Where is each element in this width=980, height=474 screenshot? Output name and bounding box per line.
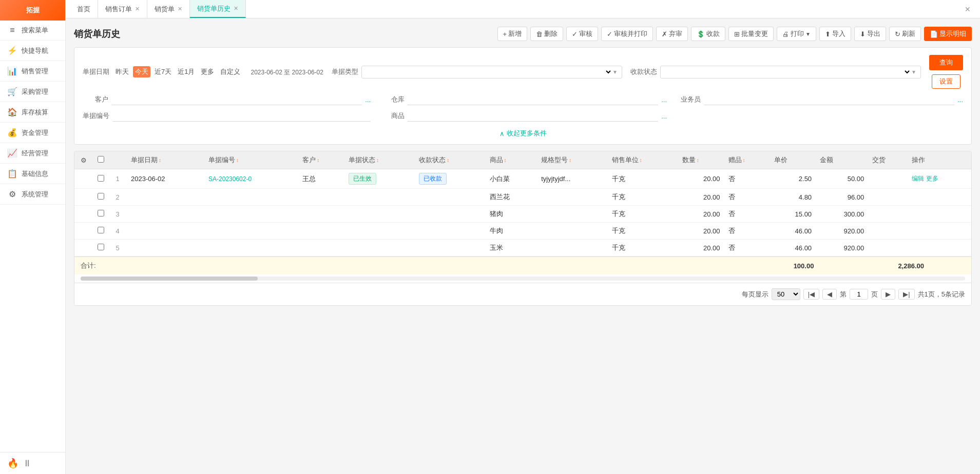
select-all-checkbox[interactable] bbox=[98, 156, 104, 163]
row-checkbox[interactable] bbox=[98, 193, 104, 200]
collect-button[interactable]: 💲 收款 bbox=[691, 27, 725, 41]
col-date[interactable]: 单据日期↕ bbox=[127, 151, 204, 169]
col-customer[interactable]: 客户↕ bbox=[298, 151, 344, 169]
sort-date-icon: ↕ bbox=[159, 157, 161, 163]
tab-home[interactable]: 首页 bbox=[70, 0, 98, 18]
import-button[interactable]: ⬆ 导入 bbox=[819, 27, 851, 41]
warehouse-label: 仓库 bbox=[379, 95, 405, 104]
abandon-icon: ✗ bbox=[662, 30, 667, 38]
payment-status-select-wrapper[interactable]: ▼ bbox=[660, 66, 921, 78]
sidebar-item-sales-mgmt[interactable]: 📊 销售管理 bbox=[0, 61, 65, 82]
col-goods[interactable]: 商品↕ bbox=[486, 151, 537, 169]
salesperson-more-icon[interactable]: ... bbox=[957, 96, 963, 104]
date-today-btn[interactable]: 今天 bbox=[133, 66, 150, 77]
date-yesterday-btn[interactable]: 昨天 bbox=[113, 66, 131, 77]
print-button[interactable]: 🖨 打印 ▼ bbox=[777, 27, 816, 41]
sidebar-item-finance[interactable]: 💰 资金管理 bbox=[0, 123, 65, 143]
page-size-select[interactable]: 20 50 100 bbox=[772, 288, 800, 300]
goods-input[interactable] bbox=[408, 110, 658, 122]
sidebar-bottom-icon2[interactable]: ⏸ bbox=[23, 458, 32, 469]
prev-page-button[interactable]: ◀ bbox=[822, 289, 837, 300]
audit-button[interactable]: ✓ 审核 bbox=[566, 27, 598, 41]
sidebar-item-label: 搜索菜单 bbox=[22, 26, 48, 35]
tab-sales-history[interactable]: 销货单历史 ✕ bbox=[190, 0, 246, 18]
row-checkbox[interactable] bbox=[98, 244, 104, 250]
tab-close-all[interactable]: ✕ bbox=[959, 5, 976, 13]
sidebar-item-quick-nav[interactable]: ⚡ 快捷导航 bbox=[0, 41, 65, 61]
docno-input[interactable] bbox=[112, 110, 371, 122]
col-spec[interactable]: 规格型号↕ bbox=[537, 151, 607, 169]
col-action: 操作 bbox=[908, 151, 971, 169]
col-settings[interactable]: ⚙ bbox=[74, 151, 93, 169]
customer-label: 客户 bbox=[83, 95, 108, 104]
col-docstatus[interactable]: 单据状态↕ bbox=[344, 151, 415, 169]
cell-check[interactable] bbox=[93, 206, 108, 223]
col-paymentstatus[interactable]: 收款状态↕ bbox=[415, 151, 485, 169]
tab-close-sales-order[interactable]: ✕ bbox=[135, 6, 140, 12]
collect-icon: 💲 bbox=[697, 30, 705, 38]
col-docno[interactable]: 单据编号↕ bbox=[204, 151, 298, 169]
row-checkbox[interactable] bbox=[98, 175, 104, 182]
settings-icon[interactable]: ⚙ bbox=[81, 156, 87, 164]
horizontal-scrollbar[interactable] bbox=[81, 276, 965, 281]
tab-sales-goods[interactable]: 销货单 ✕ bbox=[147, 0, 190, 18]
first-page-button[interactable]: |◀ bbox=[803, 289, 819, 300]
col-gift[interactable]: 赠品↕ bbox=[724, 151, 771, 169]
sidebar-item-basic-info[interactable]: 📋 基础信息 bbox=[0, 164, 65, 184]
cell-check[interactable] bbox=[93, 169, 108, 189]
row-checkbox[interactable] bbox=[98, 210, 104, 216]
new-button[interactable]: + 新增 bbox=[497, 27, 528, 41]
cell-qty: 20.00 bbox=[678, 240, 724, 256]
tab-sales-order[interactable]: 销售订单 ✕ bbox=[98, 0, 147, 18]
salesperson-field: 业务员 ... bbox=[675, 94, 963, 105]
collapse-button[interactable]: ∧ 收起更多条件 bbox=[83, 127, 963, 140]
next-page-button[interactable]: ▶ bbox=[881, 289, 895, 300]
query-button[interactable]: 查询 bbox=[929, 55, 963, 70]
cell-check[interactable] bbox=[93, 240, 108, 256]
goods-more-icon[interactable]: ... bbox=[661, 112, 667, 120]
batch-icon: ⊞ bbox=[734, 30, 740, 38]
sidebar-item-inventory[interactable]: 🏠 库存核算 bbox=[0, 102, 65, 123]
warehouse-more-icon[interactable]: ... bbox=[661, 96, 667, 104]
col-unit[interactable]: 销售单位↕ bbox=[608, 151, 678, 169]
date-month-btn[interactable]: 近1月 bbox=[176, 66, 197, 77]
audit-print-button[interactable]: ✓ 审核并打印 bbox=[601, 27, 653, 41]
scrollbar-thumb[interactable] bbox=[81, 276, 258, 281]
tab-close-sales-goods[interactable]: ✕ bbox=[178, 6, 182, 12]
cell-transaction bbox=[868, 189, 908, 206]
last-page-button[interactable]: ▶| bbox=[898, 289, 914, 300]
action-link[interactable]: 更多 bbox=[926, 175, 938, 182]
export-button[interactable]: ⬇ 导出 bbox=[854, 27, 886, 41]
table-row: 3猪肉千克20.00否15.00300.00 bbox=[74, 206, 971, 223]
set-button[interactable]: 设置 bbox=[932, 74, 960, 89]
show-detail-button[interactable]: 📄 显示明细 bbox=[924, 27, 972, 41]
customer-more-icon[interactable]: ... bbox=[365, 96, 371, 104]
abandon-button[interactable]: ✗ 弃审 bbox=[656, 27, 688, 41]
customer-input[interactable] bbox=[111, 94, 362, 105]
date-more-btn[interactable]: 更多 bbox=[199, 66, 216, 77]
page-input[interactable] bbox=[850, 289, 868, 300]
sidebar-item-operations[interactable]: 📈 经营管理 bbox=[0, 143, 65, 164]
doc-type-select[interactable] bbox=[366, 68, 612, 76]
date-custom-btn[interactable]: 自定义 bbox=[218, 66, 242, 77]
col-check[interactable] bbox=[93, 151, 108, 169]
batch-change-button[interactable]: ⊞ 批量变更 bbox=[728, 27, 774, 41]
col-qty[interactable]: 数量↕ bbox=[678, 151, 724, 169]
date-7days-btn[interactable]: 近7天 bbox=[152, 66, 174, 77]
sidebar-item-system-mgmt[interactable]: ⚙ 系统管理 bbox=[0, 184, 65, 205]
action-link[interactable]: 编辑 bbox=[912, 175, 924, 182]
cell-check[interactable] bbox=[93, 223, 108, 240]
docno-link[interactable]: SA-20230602-0 bbox=[208, 175, 252, 183]
delete-button[interactable]: 🗑 删除 bbox=[530, 27, 563, 41]
sidebar-item-purchase-mgmt[interactable]: 🛒 采购管理 bbox=[0, 82, 65, 102]
sidebar-item-search-menu[interactable]: ≡ 搜索菜单 bbox=[0, 21, 65, 41]
sidebar-bottom-icon1[interactable]: 🔥 bbox=[7, 458, 18, 469]
doc-type-select-wrapper[interactable]: ▼ bbox=[361, 66, 622, 78]
payment-status-select[interactable] bbox=[665, 68, 911, 76]
warehouse-input[interactable] bbox=[408, 94, 658, 105]
salesperson-input[interactable] bbox=[704, 94, 954, 105]
row-checkbox[interactable] bbox=[98, 227, 104, 233]
refresh-button[interactable]: ↻ 刷新 bbox=[889, 27, 921, 41]
tab-close-sales-history[interactable]: ✕ bbox=[234, 5, 238, 12]
cell-check[interactable] bbox=[93, 189, 108, 206]
